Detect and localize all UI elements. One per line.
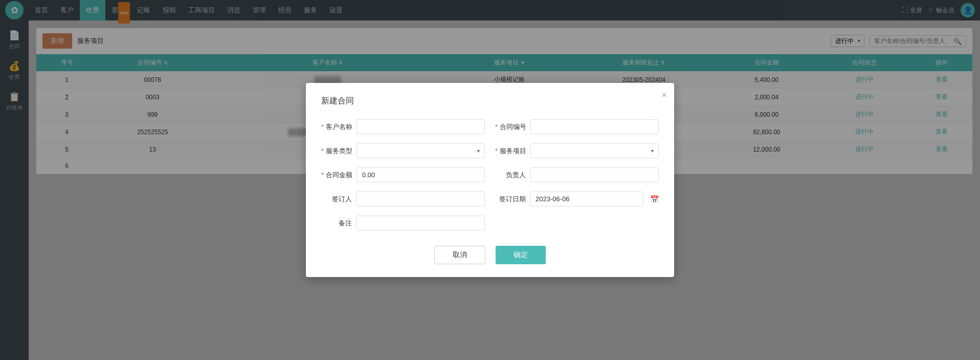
service-item-select-wrapper [530, 143, 659, 158]
responsible-input[interactable] [530, 167, 659, 182]
form-group-amount: 合同金额 [321, 167, 485, 182]
service-item-label: 服务项目 [495, 146, 526, 156]
form-group-contract-no: 合同编号 [495, 119, 659, 134]
remark-input[interactable] [356, 216, 485, 230]
modal-close-button[interactable]: × [662, 91, 666, 100]
cancel-button[interactable]: 取消 [434, 246, 485, 264]
service-type-select-wrapper [357, 143, 485, 158]
service-type-select[interactable] [357, 143, 485, 158]
form-row-4: 签订人 签订日期 📅 [321, 192, 659, 206]
form-row-3: 合同金额 负责人 [321, 167, 659, 182]
contract-no-label: 合同编号 [495, 122, 526, 132]
form-row-5: 备注 [321, 216, 659, 230]
modal-overlay: × 新建合同 客户名称 合同编号 服务类型 [0, 0, 980, 360]
contract-amount-label: 合同金额 [321, 171, 352, 180]
form-group-sign-date: 签订日期 📅 [495, 192, 659, 206]
calendar-icon[interactable]: 📅 [650, 195, 659, 203]
remark-label: 备注 [321, 219, 352, 228]
confirm-button[interactable]: 确定 [496, 246, 546, 264]
modal-title: 新建合同 [321, 96, 659, 107]
service-type-label: 服务类型 [321, 146, 352, 156]
modal-footer: 取消 确定 [321, 246, 659, 264]
contract-amount-input[interactable] [357, 167, 485, 182]
customer-name-input[interactable] [357, 119, 485, 134]
form-row-1: 客户名称 合同编号 [321, 119, 659, 134]
form-group-service-type: 服务类型 [321, 143, 485, 158]
form-row-2: 服务类型 服务项目 [321, 143, 659, 158]
signer-input[interactable] [356, 192, 485, 206]
form-group-responsible: 负责人 [495, 167, 659, 182]
modal: × 新建合同 客户名称 合同编号 服务类型 [306, 83, 674, 277]
form-group-service-item: 服务项目 [495, 143, 659, 158]
sign-date-label: 签订日期 [495, 195, 526, 204]
service-item-select[interactable] [530, 143, 659, 158]
sign-date-input[interactable] [530, 192, 643, 206]
form-group-customer: 客户名称 [321, 119, 485, 134]
responsible-label: 负责人 [495, 171, 526, 180]
form-group-signer: 签订人 [321, 192, 485, 206]
customer-name-label: 客户名称 [321, 122, 352, 132]
signer-label: 签订人 [321, 195, 352, 204]
form-group-remark: 备注 [321, 216, 485, 230]
contract-no-input[interactable] [530, 119, 659, 134]
